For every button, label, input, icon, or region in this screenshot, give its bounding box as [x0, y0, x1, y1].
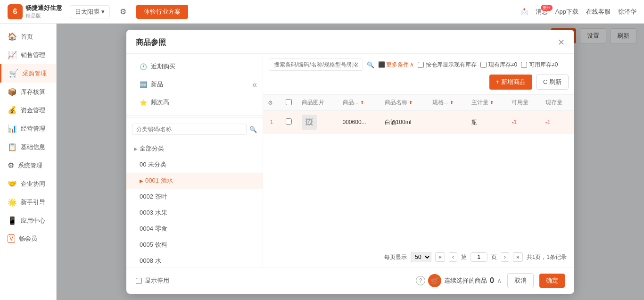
home-icon: 🏠	[8, 32, 17, 41]
dialog-header: 商品参照 ✕	[126, 30, 574, 54]
app-download-link[interactable]: App下载	[555, 8, 578, 16]
row-checkbox-cell[interactable]	[280, 111, 297, 134]
basicinfo-icon: 📋	[8, 142, 17, 151]
sort-unit-icon: ⬆	[490, 100, 494, 105]
page-label: 第	[461, 253, 467, 261]
logo-line1: 畅捷通好生意	[25, 4, 62, 12]
sort-name-icon: ⬆	[409, 100, 413, 105]
right-panel: 🔍 ⬛ 更多条件 ∧ 按仓库显示现有库存	[263, 54, 574, 267]
recent-purchase-btn[interactable]: 🕐 近期购买	[132, 58, 183, 75]
collapse-panel-btn[interactable]: «	[252, 80, 257, 90]
help-icon[interactable]: ?	[416, 276, 425, 285]
checkbox-stock-nonzero-input[interactable]	[480, 62, 487, 68]
cart-count: 0	[490, 276, 494, 285]
table-row[interactable]: 1 🖼 000600... 白酒100ml 瓶	[263, 111, 574, 134]
checkbox-available-nonzero[interactable]: 可用库存≠0	[521, 61, 558, 69]
checkbox-stock-nonzero-label: 现有库存≠0	[488, 61, 517, 69]
new-icon: 🆕	[140, 81, 147, 88]
row-stock: -1	[541, 111, 574, 134]
sidebar-item-sales[interactable]: 📈 销售管理	[0, 46, 56, 64]
notification-badge: 99+	[541, 5, 553, 11]
category-search-bar: 🔍	[126, 120, 263, 139]
triangle-icon: ▶	[134, 146, 138, 151]
sidebar-item-purchase[interactable]: 🛒 采购管理	[0, 64, 56, 83]
row-num: 1	[263, 111, 280, 134]
new-items-btn[interactable]: 🆕 新品	[132, 76, 183, 92]
refresh-btn[interactable]: C 刷新	[536, 75, 569, 90]
logo-icon: 6	[8, 4, 23, 19]
settings-icon[interactable]: ⚙	[116, 4, 131, 19]
left-panel: 🕐 近期购买 🆕 新品 ⭐ 频次高	[126, 54, 263, 267]
col-code[interactable]: 商品... ⬆	[338, 95, 380, 111]
col-unit[interactable]: 主计量 ⬆	[467, 95, 507, 111]
trial-btn[interactable]: 体验行业方案	[136, 5, 188, 19]
footer-right: ? 🛒 连续选择的商品 0 ∧ 取消 确定	[416, 273, 565, 288]
sidebar-item-cooperation[interactable]: 🤝 企业协同	[0, 175, 56, 193]
product-search-input[interactable]	[269, 58, 363, 71]
select-all-checkbox[interactable]	[286, 99, 292, 105]
first-page-btn[interactable]: «	[435, 252, 445, 262]
category-tea[interactable]: 0002 茶叶	[126, 189, 263, 205]
user-name[interactable]: 徐泽华	[618, 8, 636, 16]
high-freq-btn[interactable]: ⭐ 频次高	[132, 94, 183, 110]
col-settings[interactable]: ⚙	[263, 95, 280, 111]
category-all[interactable]: ▶ 全部分类	[126, 141, 263, 157]
prev-page-btn[interactable]: ‹	[449, 252, 457, 262]
row-img-cell: 🖼	[297, 111, 338, 134]
cooperation-icon: 🤝	[8, 179, 17, 188]
filter-btn[interactable]: ⬛ 更多条件 ∧	[378, 61, 414, 69]
col-name[interactable]: 商品名称 ⬆	[380, 95, 428, 111]
sidebar-item-system[interactable]: ⚙ 系统管理	[0, 156, 56, 175]
page-number-input[interactable]	[471, 252, 487, 262]
star-icon: ⭐	[140, 99, 147, 106]
product-reference-dialog: 商品参照 ✕ 🕐 近期购买	[126, 30, 574, 294]
category-uncategorized[interactable]: 00 未分类	[126, 157, 263, 173]
sidebar-item-operations[interactable]: 📊 经营管理	[0, 119, 56, 138]
show-disabled-input[interactable]	[136, 278, 142, 284]
sidebar-item-member[interactable]: V 畅会员	[0, 230, 56, 248]
confirm-btn[interactable]: 确定	[539, 274, 565, 288]
divider	[126, 117, 263, 118]
checkbox-warehouse-stock-input[interactable]	[418, 62, 424, 68]
per-page-select[interactable]: 50	[411, 252, 431, 262]
add-product-btn[interactable]: + 新增商品	[489, 75, 532, 90]
show-disabled-checkbox[interactable]: 显示停用	[136, 276, 169, 285]
checkbox-stock-nonzero[interactable]: 现有库存≠0	[480, 61, 517, 69]
sidebar-item-basicinfo[interactable]: 📋 基础信息	[0, 138, 56, 156]
col-spec[interactable]: 规格... ⬆	[428, 95, 467, 111]
category-liquor[interactable]: ▶ 0001 酒水	[126, 173, 263, 189]
sidebar-item-inventory[interactable]: 📦 库存核算	[0, 83, 56, 101]
last-page-btn[interactable]: »	[513, 252, 523, 262]
col-available: 可用量	[507, 95, 540, 111]
nav-selector[interactable]: 日太阳膜 ▾	[70, 5, 110, 18]
category-water[interactable]: 0008 水	[126, 253, 263, 267]
checkbox-available-nonzero-input[interactable]	[521, 62, 527, 68]
search-submit-icon[interactable]: 🔍	[367, 61, 374, 68]
checkbox-warehouse-stock[interactable]: 按仓库显示现有库存	[418, 61, 477, 69]
category-search-icon[interactable]: 🔍	[249, 126, 257, 133]
category-fruit[interactable]: 0003 水果	[126, 205, 263, 221]
sidebar-label-inventory: 库存核算	[21, 88, 45, 96]
top-right-area: 📩 99+ 消息 App下载 在线客服 徐泽华	[520, 8, 636, 16]
dialog-close-btn[interactable]: ✕	[558, 37, 565, 48]
collapse-cart-btn[interactable]: ∧	[497, 277, 502, 284]
row-checkbox[interactable]	[286, 118, 292, 125]
sidebar-item-guide[interactable]: 🌟 新手引导	[0, 193, 56, 211]
sidebar-item-home[interactable]: 🏠 首页	[0, 27, 56, 46]
online-service-link[interactable]: 在线客服	[586, 8, 611, 16]
show-disabled-label: 显示停用	[145, 276, 169, 285]
category-tea-label: 0002 茶叶	[140, 192, 167, 201]
sidebar-item-finance[interactable]: 💰 资金管理	[0, 101, 56, 119]
dialog-title: 商品参照	[136, 38, 166, 48]
col-checkbox-all[interactable]	[280, 95, 297, 111]
category-search-input[interactable]	[132, 124, 247, 135]
category-drink[interactable]: 0005 饮料	[126, 237, 263, 253]
logo-area: 6 畅捷通好生意 精品版	[8, 4, 64, 19]
col-img: 商品图片	[297, 95, 338, 111]
sidebar-label-cooperation: 企业协同	[21, 180, 45, 188]
category-snack[interactable]: 0004 零食	[126, 221, 263, 237]
next-page-btn[interactable]: ›	[501, 252, 509, 262]
sidebar-item-apps[interactable]: 📱 应用中心	[0, 211, 56, 230]
notification-area[interactable]: 📩 99+ 消息	[520, 8, 548, 16]
cancel-btn[interactable]: 取消	[507, 273, 534, 288]
